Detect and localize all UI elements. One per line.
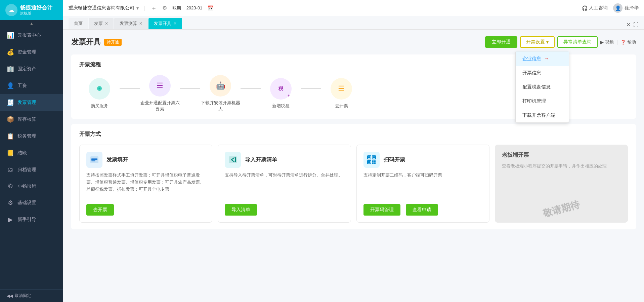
calendar-icon[interactable]: 📅 <box>208 5 213 11</box>
user-name: 徐泽华 <box>625 5 639 11</box>
sidebar-icon-xiaochang: © <box>7 183 14 190</box>
cancel-fixed-icon: ◀◀ <box>7 294 13 298</box>
svg-rect-9 <box>368 156 370 158</box>
svg-rect-17 <box>374 162 376 164</box>
svg-rect-15 <box>374 160 376 162</box>
consult-label: 人工咨询 <box>589 5 608 11</box>
go-invoice-button[interactable]: 去开票 <box>86 204 114 216</box>
dropdown-item-printer[interactable]: 打印机管理 <box>516 94 569 108</box>
sidebar-bottom-cancel[interactable]: ◀◀ 取消固定 <box>0 289 63 302</box>
logo-icon: ☁ <box>5 4 17 16</box>
company-selector[interactable]: 重庆畅捷交通信息咨询有限公司 ▾ <box>69 5 139 11</box>
separator-text: | <box>616 39 618 45</box>
sidebar-item-accounting[interactable]: 📒 结账 <box>0 145 63 161</box>
sidebar-icon-tax-mgmt: 📋 <box>7 133 14 140</box>
sidebar-label-tax-mgmt: 税务管理 <box>17 133 36 139</box>
methods-grid: 发票填开 支持按照发票样式手工填开发票；可开具增值税电子普通发票、增值税普通发票… <box>79 145 628 223</box>
method-title-manual: 发票填开 <box>106 156 128 163</box>
abnormal-list-button[interactable]: 异常清单查询 <box>557 36 598 48</box>
step-label-config: 企业开通配置开票六要素 <box>140 100 180 112</box>
step-icon-download: 🤖 <box>210 75 231 97</box>
method-actions-manual: 去开票 <box>86 204 205 216</box>
sidebar-icon-inventory: 📦 <box>7 116 14 123</box>
sidebar-item-guide[interactable]: ▶ 新手引导 <box>0 211 63 228</box>
method-title-import: 导入开票清单 <box>245 156 277 163</box>
step-label-tax: 新增税盘 <box>272 103 290 109</box>
view-apply-button[interactable]: 查看申请 <box>406 204 438 216</box>
svg-rect-13 <box>368 161 370 163</box>
method-actions-scan: 开票码管理 查看申请 <box>363 204 482 216</box>
tab-invoice-test-close-icon[interactable]: ✕ <box>139 21 142 26</box>
sidebar-item-fund-mgmt[interactable]: 💰 资金管理 <box>0 44 63 61</box>
tab-invoice-issue[interactable]: 发票开具 ✕ <box>148 18 182 29</box>
sidebar-item-archive[interactable]: 🗂 归档管理 <box>0 161 63 178</box>
method-desc-import: 支持导入待开票清单，可对待开票清单进行拆分、合并处理。 <box>225 172 344 199</box>
sidebar-label-guide: 新手引导 <box>17 217 36 223</box>
dropdown-item-company-info[interactable]: 企业信息 → <box>516 51 569 66</box>
main-area: 重庆畅捷交通信息咨询有限公司 ▾ | ＋ ⚙ 账期 2023-01 📅 🎧 人工… <box>63 0 644 302</box>
close-window-icon[interactable]: ✕ <box>626 22 631 28</box>
sidebar-item-tax-mgmt[interactable]: 📋 税务管理 <box>0 128 63 145</box>
sidebar-icon-accounting: 📒 <box>7 149 14 157</box>
tab-invoice[interactable]: 发票 ✕ <box>89 18 114 29</box>
activate-button[interactable]: 立即开通 <box>485 36 517 48</box>
video-button[interactable]: ▶ 视频 <box>600 39 614 45</box>
content-area: 发票开具 待开通 立即开通 开票设置 ▾ 异常清单查询 ▶ 视频 <box>63 30 644 302</box>
sidebar-label-accounting: 结账 <box>17 150 27 156</box>
settings-gear-icon[interactable]: ⚙ <box>162 5 167 11</box>
maximize-window-icon[interactable]: ⛶ <box>633 22 639 28</box>
sidebar-label-settings: 基础设置 <box>17 200 36 206</box>
method-card-import: 导入开票清单 支持导入待开票清单，可对待开票清单进行拆分、合并处理。 导入清单 <box>218 145 351 223</box>
sidebar-item-fixed-assets[interactable]: 🏢 固定资产 <box>0 61 63 77</box>
coming-soon-overlay: 敬请期待 <box>496 186 627 223</box>
sidebar-bottom-label: 取消固定 <box>15 293 31 299</box>
sidebar-scroll-up[interactable]: ▲ <box>0 20 63 27</box>
step-icon-config: ☰ <box>149 75 171 97</box>
svg-rect-5 <box>91 160 95 161</box>
consult-button[interactable]: 🎧 人工咨询 <box>582 5 608 11</box>
method-header-boss: 老板端开票 <box>502 152 621 159</box>
method-desc-boss: 查看老板端小程序提交的开票申请，并作出相应的处理 <box>502 163 621 190</box>
dropdown-item-invoice-info[interactable]: 开票信息 <box>516 66 569 80</box>
tab-invoice-test-label: 发票测算 <box>120 21 137 27</box>
sidebar-item-settings[interactable]: ⚙ 基础设置 <box>0 194 63 211</box>
method-title-boss: 老板端开票 <box>502 152 529 159</box>
step-label-go-invoice: 去开票 <box>335 103 348 109</box>
topbar-divider: | <box>144 5 145 11</box>
methods-section-title: 开票方式 <box>79 131 628 138</box>
sidebar-item-xiaochang[interactable]: © 小畅报销 <box>0 178 63 194</box>
sidebar-item-inventory[interactable]: 📦 库存核算 <box>0 111 63 128</box>
topbar: 重庆畅捷交通信息咨询有限公司 ▾ | ＋ ⚙ 账期 2023-01 📅 🎧 人工… <box>63 0 644 16</box>
period-value: 2023-01 <box>186 5 203 10</box>
tab-invoice-label: 发票 <box>94 21 103 27</box>
svg-rect-14 <box>372 160 374 162</box>
settings-button[interactable]: 开票设置 ▾ <box>520 36 555 48</box>
import-list-button[interactable]: 导入清单 <box>225 204 257 216</box>
sidebar-icon-fixed-assets: 🏢 <box>7 65 14 73</box>
logo-text: 畅捷通好会计 旗舰版 <box>20 4 52 16</box>
step-label-download: 下载并安装开票机器人 <box>200 100 241 112</box>
dropdown-item-download-client[interactable]: 下载开票客户端 <box>516 108 569 122</box>
help-button[interactable]: ❓ 帮助 <box>620 39 636 45</box>
add-company-icon[interactable]: ＋ <box>151 4 157 12</box>
sidebar-item-invoice-mgmt[interactable]: 🧾 发票管理 <box>0 94 63 111</box>
sidebar-item-payroll[interactable]: 👤 工资 <box>0 77 63 94</box>
step-icon-buy: + <box>89 78 110 100</box>
tab-home[interactable]: 首页 <box>69 18 88 29</box>
tab-invoice-close-icon[interactable]: ✕ <box>105 21 108 26</box>
svg-rect-3 <box>91 158 97 159</box>
tab-invoice-issue-close-icon[interactable]: ✕ <box>173 21 177 26</box>
method-icon-import <box>225 152 241 168</box>
tab-home-label: 首页 <box>74 21 83 27</box>
sidebar-label-inventory: 库存核算 <box>17 116 36 122</box>
qr-manage-button[interactable]: 开票码管理 <box>363 204 400 216</box>
video-label: 视频 <box>605 39 614 45</box>
sidebar-item-cloud-report[interactable]: 📊 云报表中心 <box>0 27 63 44</box>
step-icon-go-invoice: ☰ <box>331 78 352 100</box>
user-avatar: 👤 <box>613 3 622 13</box>
method-card-scan: 扫码开票 支持定制开票二维码，客户端可扫码开票 开票码管理 查看申请 <box>356 145 489 223</box>
tab-invoice-test[interactable]: 发票测算 ✕ <box>114 18 148 29</box>
invoice-info-label: 开票信息 <box>522 70 541 75</box>
dropdown-item-tax-config[interactable]: 配置税盘信息 <box>516 80 569 94</box>
user-menu[interactable]: 👤 徐泽华 <box>613 3 639 13</box>
